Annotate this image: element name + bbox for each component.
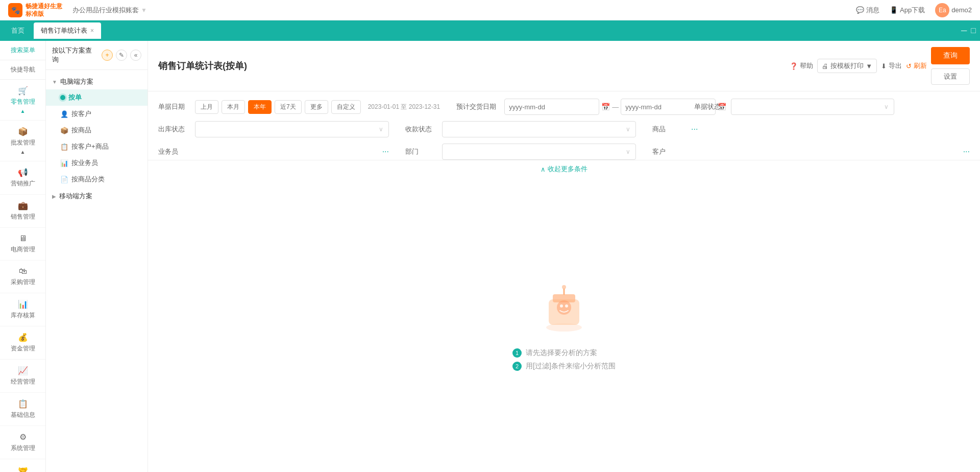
query-button[interactable]: 查询 bbox=[931, 47, 970, 64]
filter-row-1: 单据日期 上月 本月 本年 近7天 更多 自定义 2023-01-01 至 20… bbox=[158, 99, 970, 115]
ship-status-select[interactable]: ∨ bbox=[195, 121, 389, 137]
order-status-label: 单据状态 bbox=[694, 102, 723, 111]
purchase-icon: 🛍 bbox=[19, 267, 27, 276]
department-select[interactable]: ∨ bbox=[442, 144, 636, 160]
scheme-add-button[interactable]: + bbox=[102, 50, 113, 61]
sidebar-item-inventory[interactable]: 📊 库存核算 bbox=[0, 293, 45, 326]
payment-status-label: 收款状态 bbox=[405, 125, 434, 134]
tab-maximize-icon[interactable]: □ bbox=[971, 26, 976, 35]
header-right-actions: ❓ 帮助 🖨 按模板打印 ▼ ⬇ 导出 ↺ 刷新 bbox=[790, 47, 970, 85]
page-title: 销售订单统计表(按单) bbox=[158, 60, 247, 72]
pc-scheme-group-header[interactable]: ▼ 电脑端方案 bbox=[46, 74, 148, 89]
settings-button[interactable]: 设置 bbox=[931, 68, 970, 85]
prev-month-btn[interactable]: 上月 bbox=[195, 100, 218, 114]
category-scheme-icon: 📄 bbox=[60, 175, 68, 183]
sidebar-item-finance[interactable]: 💰 资金管理 bbox=[0, 326, 45, 360]
order-status-arrow-icon: ∨ bbox=[884, 103, 889, 110]
delivery-date-label: 预计交货日期 bbox=[456, 102, 496, 111]
export-icon: ⬇ bbox=[881, 62, 887, 70]
sidebar-item-marketing[interactable]: 📢 营销推广 bbox=[0, 161, 45, 195]
collapse-bar[interactable]: ∧ 收起更多条件 bbox=[148, 160, 980, 178]
tab-minimize-icon[interactable]: ─ bbox=[961, 26, 967, 35]
collapse-icon: ∧ bbox=[541, 166, 546, 173]
breadcrumb-dropdown-icon[interactable]: ▼ bbox=[141, 7, 147, 14]
sidebar-shortcut[interactable]: 快捷导航 bbox=[0, 60, 45, 80]
tab-home[interactable]: 首页 bbox=[4, 22, 32, 39]
salesperson-scheme-icon: 📊 bbox=[60, 159, 68, 167]
scheme-edit-button[interactable]: ✎ bbox=[116, 50, 127, 61]
scheme-item-by-order[interactable]: 按单 bbox=[46, 89, 148, 106]
inventory-icon: 📊 bbox=[18, 299, 28, 309]
operation-icon: 📈 bbox=[18, 366, 28, 375]
sidebar-item-operation[interactable]: 📈 经营管理 bbox=[0, 360, 45, 393]
scheme-collapse-button[interactable]: « bbox=[130, 50, 141, 61]
scheme-item-by-category[interactable]: 📄 按商品分类 bbox=[46, 171, 148, 187]
sidebar-item-enterprise[interactable]: 🤝 企业协同 bbox=[0, 459, 45, 472]
this-month-btn[interactable]: 本月 bbox=[222, 100, 245, 114]
enterprise-icon: 🤝 bbox=[18, 465, 28, 472]
empty-hint-2: 2 用[过滤]条件来缩小分析范围 bbox=[512, 362, 616, 371]
scheme-item-by-cust-product[interactable]: 📋 按客户+商品 bbox=[46, 138, 148, 155]
top-bar-right: 💬 消息 📱 App下载 Ea demo2 bbox=[856, 3, 972, 17]
sidebar-search[interactable]: 搜索菜单 bbox=[0, 41, 45, 60]
scheme-item-by-product[interactable]: 📦 按商品 bbox=[46, 122, 148, 138]
sidebar-item-sales[interactable]: 💼 销售管理 bbox=[0, 195, 45, 228]
calendar-start-icon[interactable]: 📅 bbox=[601, 103, 610, 111]
sidebar-item-purchase[interactable]: 🛍 采购管理 bbox=[0, 261, 45, 293]
scheme-item-by-salesperson[interactable]: 📊 按业务员 bbox=[46, 155, 148, 171]
sidebar-item-system[interactable]: ⚙ 系统管理 bbox=[0, 426, 45, 459]
product-dots[interactable]: ··· bbox=[691, 125, 698, 134]
cust-product-scheme-icon: 📋 bbox=[60, 143, 68, 151]
svg-point-7 bbox=[562, 285, 566, 289]
scheme-item-by-customer[interactable]: 👤 按客户 bbox=[46, 106, 148, 122]
salesperson-dots[interactable]: ··· bbox=[382, 147, 389, 156]
sidebar-item-wholesale[interactable]: 📦 批发管理 ▲ bbox=[0, 121, 45, 161]
export-button[interactable]: ⬇ 导出 bbox=[881, 61, 902, 70]
user-menu[interactable]: Ea demo2 bbox=[935, 3, 972, 17]
message-icon: 💬 bbox=[856, 6, 864, 14]
top-bar-left: 🐾 畅捷通好生意 标准版 办公用品行业模拟账套 ▼ bbox=[8, 3, 147, 17]
last7-btn[interactable]: 近7天 bbox=[275, 100, 302, 114]
tab-close-icon[interactable]: × bbox=[90, 27, 94, 34]
custom-btn[interactable]: 自定义 bbox=[331, 100, 361, 114]
content-area: 销售订单统计表(按单) ❓ 帮助 🖨 按模板打印 ▼ ⬇ 导出 bbox=[148, 41, 980, 472]
sidebar: 搜索菜单 快捷导航 🛒 零售管理 ▲ 📦 批发管理 ▲ 📢 营销推广 💼 销售管… bbox=[0, 41, 46, 472]
delivery-date-start[interactable] bbox=[504, 99, 599, 115]
sidebar-item-retail[interactable]: 🛒 零售管理 ▲ bbox=[0, 80, 45, 121]
tab-sales-order[interactable]: 销售订单统计表 × bbox=[34, 22, 101, 39]
marketing-icon: 📢 bbox=[18, 168, 28, 177]
product-scheme-icon: 📦 bbox=[60, 126, 68, 134]
tab-bar: 首页 销售订单统计表 × ─ □ bbox=[0, 20, 980, 41]
system-icon: ⚙ bbox=[19, 432, 27, 442]
logo-text: 畅捷通好生意 标准版 bbox=[26, 3, 62, 17]
logo-icon: 🐾 bbox=[8, 3, 22, 17]
sidebar-item-ecommerce[interactable]: 🖥 电商管理 bbox=[0, 228, 45, 261]
app-download-button[interactable]: 📱 App下载 bbox=[890, 6, 925, 15]
more-btn[interactable]: 更多 bbox=[305, 100, 328, 114]
this-year-btn[interactable]: 本年 bbox=[248, 100, 272, 114]
mobile-scheme-group-header[interactable]: ▶ 移动端方案 bbox=[46, 188, 148, 204]
ship-status-label: 出库状态 bbox=[158, 125, 187, 134]
breadcrumb-area: 办公用品行业模拟账套 ▼ bbox=[72, 6, 147, 15]
product-label: 商品 bbox=[652, 125, 681, 134]
date-label: 单据日期 bbox=[158, 102, 187, 111]
payment-status-select[interactable]: ∨ bbox=[442, 121, 636, 137]
order-status-select[interactable]: ∨ bbox=[731, 99, 894, 115]
empty-hint-1: 1 请先选择要分析的方案 bbox=[512, 348, 616, 358]
download-icon: 📱 bbox=[890, 6, 898, 14]
print-icon: 🖨 bbox=[822, 62, 828, 70]
help-icon: ❓ bbox=[790, 62, 798, 70]
date-range-display: 2023-01-01 至 2023-12-31 bbox=[368, 103, 440, 111]
scheme-panel-header: 按以下方案查询 + ✎ « bbox=[46, 41, 148, 70]
template-print-button[interactable]: 🖨 按模板打印 ▼ bbox=[817, 59, 877, 73]
filter-row-2: 出库状态 ∨ 收款状态 ∨ 商品 ··· bbox=[158, 121, 970, 137]
top-bar: 🐾 畅捷通好生意 标准版 办公用品行业模拟账套 ▼ 💬 消息 📱 App下载 E… bbox=[0, 0, 980, 20]
scheme-panel: 按以下方案查询 + ✎ « ▼ 电脑端方案 按单 👤 按客户 bbox=[46, 41, 148, 472]
help-button[interactable]: ❓ 帮助 bbox=[790, 61, 813, 70]
refresh-button[interactable]: ↺ 刷新 bbox=[906, 61, 927, 70]
template-print-arrow-icon: ▼ bbox=[866, 62, 872, 70]
refresh-icon: ↺ bbox=[906, 62, 912, 70]
customer-dots[interactable]: ··· bbox=[963, 147, 970, 156]
message-button[interactable]: 💬 消息 bbox=[856, 6, 879, 15]
sidebar-item-basic[interactable]: 📋 基础信息 bbox=[0, 393, 45, 426]
